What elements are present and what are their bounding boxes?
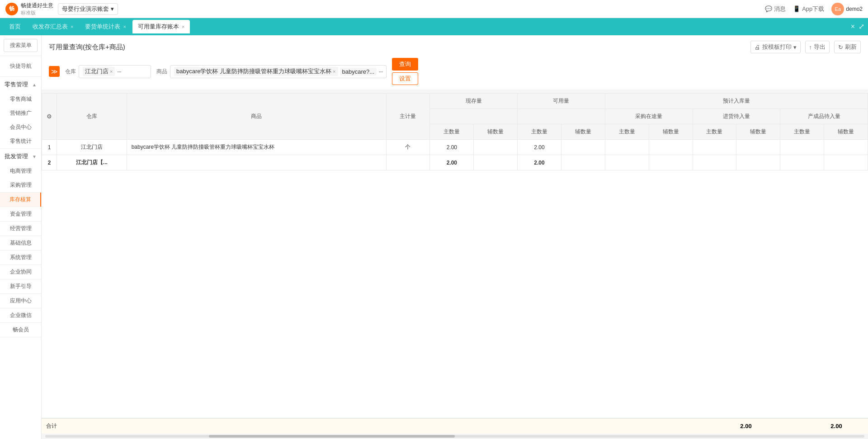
row-arriving-aux-2 [736, 155, 780, 170]
footer-stock-total: 2.00 [719, 423, 773, 430]
user-area[interactable]: Ea demo2 [831, 3, 863, 15]
row-product-main-2 [780, 155, 824, 170]
sidebar-section-base: 基础信息 [0, 236, 41, 250]
sidebar-section-operations: 经营管理 [0, 222, 41, 236]
sidebar-item-finance[interactable]: 资金管理 [0, 207, 41, 221]
row-avail-main-1: 2.00 [518, 140, 561, 155]
app-download-button[interactable]: 📱 App下载 [793, 5, 824, 13]
sidebar-item-quick-nav[interactable]: 快捷导航 [0, 59, 41, 74]
footer-avail-total: 2.00 [809, 423, 863, 430]
sidebar-section-wholesale-header[interactable]: 批发管理 ▼ [0, 149, 41, 164]
row-num-1: 1 [42, 140, 57, 155]
sidebar-item-members[interactable]: 会员中心 [0, 120, 41, 134]
product-tag-1: babycare学饮杯 儿童防摔防撞吸管杯重力球吸嘴杯宝宝水杯 × [174, 67, 338, 76]
tab-receive-label: 收发存汇总表 [33, 23, 68, 31]
top-bar: 畅 畅捷通好生意 标准版 母婴行业演示账套 ▾ 💬 消息 📱 App下载 Ea … [0, 0, 868, 18]
th-main-unit: 主计量 [386, 94, 430, 140]
content-area: 可用量查询(按仓库+商品) 🖨 按模板打印 ▾ ↑ 导出 ↻ 刷新 ≫ [42, 35, 868, 439]
tab-receive[interactable]: 收发存汇总表 × [27, 20, 79, 33]
sidebar-section-vip: 畅会员 [0, 323, 41, 337]
sidebar-item-marketing[interactable]: 营销推广 [0, 106, 41, 120]
row-arriving-main-2 [693, 155, 736, 170]
row-arriving-main-1 [693, 140, 736, 155]
th-arriving-main: 主数量 [693, 124, 736, 140]
search-menu-button[interactable]: 搜索菜单 [4, 39, 38, 52]
export-button[interactable]: ↑ 导出 [805, 41, 830, 53]
row-avail-aux-1 [561, 140, 605, 155]
th-product-pending: 产成品待入量 [780, 109, 868, 124]
warehouse-more-dots[interactable]: ··· [117, 67, 121, 76]
tab-order[interactable]: 要货单统计表 × [80, 20, 131, 33]
gear-icon[interactable]: ⚙ [47, 113, 52, 120]
sidebar-item-procurement[interactable]: 采购管理 [0, 178, 41, 192]
sidebar-item-retail-mall[interactable]: 零售商城 [0, 92, 41, 106]
tab-receive-close[interactable]: × [71, 24, 73, 29]
close-all-button[interactable]: × [851, 23, 855, 30]
filter-actions: 查询 设置 [392, 58, 418, 85]
product-label: 商品 [156, 68, 167, 76]
tab-available-close[interactable]: × [182, 24, 184, 29]
sidebar-section-retail-header[interactable]: 零售管理 ▲ [0, 77, 41, 92]
warehouse-tag: 江北门店 × [83, 67, 115, 76]
sidebar-item-app-center[interactable]: 应用中心 [0, 294, 41, 308]
sidebar-item-inventory[interactable]: 库存核算 [0, 193, 41, 207]
sidebar-item-base-info[interactable]: 基础信息 [0, 236, 41, 250]
th-avail-sub [518, 109, 605, 124]
filter-settings-button[interactable]: 设置 [392, 72, 418, 85]
sidebar-section-guide: 新手引导 [0, 279, 41, 294]
th-purchase-transit: 采购在途量 [605, 109, 693, 124]
th-avail-aux: 辅数量 [561, 124, 605, 140]
tab-order-close[interactable]: × [123, 24, 126, 29]
message-button[interactable]: 💬 消息 [765, 5, 786, 13]
logo-text-area: 畅捷通好生意 标准版 [21, 2, 53, 16]
sidebar-item-system[interactable]: 系统管理 [0, 250, 41, 264]
horizontal-scrollbar[interactable] [42, 434, 868, 439]
industry-label: 母婴行业演示账套 [62, 5, 109, 13]
logo-icon: 畅 [5, 3, 18, 15]
sidebar-item-retail-stats[interactable]: 零售统计 [0, 134, 41, 148]
tab-order-label: 要货单统计表 [85, 23, 120, 31]
th-warehouse: 仓库 [57, 94, 127, 140]
warehouse-input[interactable]: 江北门店 × ··· [79, 65, 151, 78]
table-header-row-1: ⚙ 仓库 商品 主计量 现存量 可用量 预计入库量 [42, 94, 868, 109]
maximize-button[interactable]: ⤢ [859, 23, 864, 30]
row-stock-main-1: 2.00 [430, 140, 474, 155]
th-stock-aux: 辅数量 [474, 124, 518, 140]
sidebar: 搜索菜单 快捷导航 零售管理 ▲ 零售商城 营销推广 会员中心 零售统计 批发管… [0, 35, 42, 439]
sidebar-item-guide[interactable]: 新手引导 [0, 279, 41, 293]
product-input[interactable]: babycare学饮杯 儿童防摔防撞吸管杯重力球吸嘴杯宝宝水杯 × babyca… [170, 65, 387, 78]
th-planned-in: 预计入库量 [605, 94, 868, 109]
product-tag-1-remove[interactable]: × [333, 69, 335, 74]
sidebar-item-vip[interactable]: 畅会员 [0, 323, 41, 337]
row-warehouse-1: 江北门店 [57, 140, 127, 155]
filter-toggle-button[interactable]: ≫ [49, 66, 60, 77]
sidebar-section-wholesale-label: 批发管理 [5, 152, 28, 160]
row-unit-2 [386, 155, 430, 170]
dropdown-arrow-icon: ▾ [793, 44, 797, 51]
sidebar-section-retail: 零售管理 ▲ 零售商城 营销推广 会员中心 零售统计 [0, 77, 41, 149]
sidebar-quick-nav: 快捷导航 [0, 56, 41, 77]
refresh-button[interactable]: ↻ 刷新 [834, 41, 861, 53]
sidebar-item-wechat[interactable]: 企业微信 [0, 308, 41, 322]
row-warehouse-2: 江北门店【... [57, 155, 127, 170]
scroll-track [45, 435, 864, 438]
row-transit-main-1 [605, 140, 649, 155]
tab-available[interactable]: 可用量库存账本 × [132, 20, 190, 33]
sidebar-item-ecommerce[interactable]: 电商管理 [0, 164, 41, 178]
warehouse-field: 仓库 江北门店 × ··· [65, 65, 151, 78]
row-product-aux-2 [824, 155, 868, 170]
table-container[interactable]: ⚙ 仓库 商品 主计量 现存量 可用量 预计入库量 采购在途量 进货待入量 [42, 93, 868, 418]
scroll-thumb[interactable] [209, 435, 455, 438]
sidebar-item-enterprise[interactable]: 企业协同 [0, 265, 41, 279]
industry-selector[interactable]: 母婴行业演示账套 ▾ [58, 3, 118, 15]
warehouse-tag-remove[interactable]: × [110, 69, 113, 74]
query-button[interactable]: 查询 [392, 58, 418, 71]
sidebar-section-app-center: 应用中心 [0, 294, 41, 308]
product-field: 商品 babycare学饮杯 儿童防摔防撞吸管杯重力球吸嘴杯宝宝水杯 × bab… [156, 65, 387, 78]
tab-home[interactable]: 首页 [4, 20, 26, 33]
row-product-aux-1 [824, 140, 868, 155]
print-button[interactable]: 🖨 按模板打印 ▾ [750, 41, 801, 53]
sidebar-item-operations[interactable]: 经营管理 [0, 222, 41, 236]
product-more-dots[interactable]: ··· [378, 67, 382, 76]
row-product-2 [127, 155, 386, 170]
